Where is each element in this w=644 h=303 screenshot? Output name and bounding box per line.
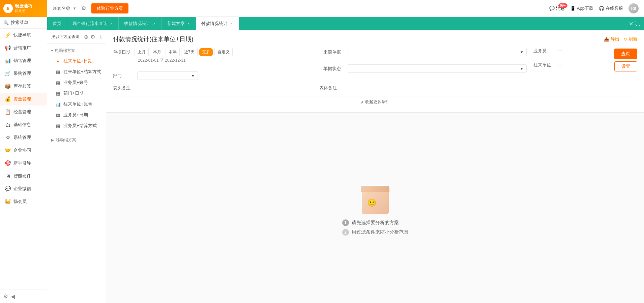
sidebar-item-quick-nav[interactable]: ⚡ 快捷导航 xyxy=(0,29,47,41)
sidebar-item-business[interactable]: 📋 经营管理 xyxy=(0,105,47,118)
app-download-button[interactable]: 📱 App下载 xyxy=(570,5,593,11)
sidebar-item-sales[interactable]: 📊 销售管理 xyxy=(0,54,47,67)
date-btn-last-month[interactable]: 上月 xyxy=(135,48,149,56)
tab-pay-stat-label: 付款情况统计 xyxy=(201,21,228,27)
date-btn-7days[interactable]: 近7天 xyxy=(181,48,198,56)
scheme-settings-icon[interactable]: ⚙ xyxy=(90,34,95,40)
source-select[interactable]: ▾ xyxy=(348,48,527,56)
scheme-group-mobile: ▶ 移动端方案 xyxy=(47,133,106,147)
tab-bank-close-icon[interactable]: × xyxy=(110,21,113,26)
scheme-group-mobile-arrow-icon: ▶ xyxy=(51,138,54,142)
refresh-button[interactable]: ↻ 刷新 xyxy=(623,36,637,42)
tab-payment-stat-close-icon[interactable]: × xyxy=(152,21,156,26)
sidebar-item-capital[interactable]: 💰 资金管理 xyxy=(0,93,47,105)
scheme-item-label-1: 往来单位+结算方式 xyxy=(63,69,101,75)
scheme-item-3[interactable]: ▦ 部门+日期 xyxy=(47,88,106,99)
dept-select[interactable]: ▾ xyxy=(137,71,198,80)
settings-bottom-icon[interactable]: ⚙ xyxy=(3,293,8,300)
enterprise-icon: 🤝 xyxy=(5,147,11,153)
sidebar-item-label: 企业微信 xyxy=(13,186,31,192)
export-button[interactable]: 📤 导出 xyxy=(604,36,619,42)
tab-bank-label: 现金银行流水查询 xyxy=(72,21,108,27)
inventory-icon: 📦 xyxy=(5,83,11,89)
tabbar-maximize-button[interactable]: ⛶ xyxy=(635,21,641,27)
tabbar-close-all-button[interactable]: ✕ xyxy=(629,21,633,27)
header-note-input[interactable] xyxy=(137,84,313,92)
scheme-group-mobile-label: 移动端方案 xyxy=(56,137,76,143)
sidebar-item-label: 销售管理 xyxy=(13,58,31,64)
topbar-gear-icon[interactable]: ⚙ xyxy=(81,5,86,11)
collapse-more-button[interactable]: ∧ 收起更多条件 xyxy=(113,96,637,108)
tab-new-scheme[interactable]: 新建方案 × xyxy=(162,17,196,30)
date-btn-custom[interactable]: 自定义 xyxy=(214,48,233,56)
sidebar-item-label: 采购管理 xyxy=(13,70,31,77)
scheme-collapse-icon[interactable]: 《 xyxy=(97,34,102,40)
scheme-group-arrow-icon: ▾ xyxy=(51,49,53,53)
purchase-icon: 🛒 xyxy=(5,70,11,77)
tab-bank[interactable]: 现金银行流水查询 × xyxy=(67,17,119,30)
scheme-item-2[interactable]: ▦ 业务员+账号 xyxy=(47,77,106,88)
sidebar-item-inventory[interactable]: 📦 库存核算 xyxy=(0,80,47,93)
scheme-item-6[interactable]: ▦ 业务员+结算方式 xyxy=(47,120,106,131)
body-note-input[interactable] xyxy=(344,84,519,92)
tab-home[interactable]: 首页 xyxy=(47,17,67,30)
scheme-item-label-3: 部门+日期 xyxy=(63,90,84,96)
scheme-item-1[interactable]: ▦ 往来单位+结算方式 xyxy=(47,66,106,77)
account-chevron-icon[interactable]: ▾ xyxy=(74,6,76,11)
sidebar-item-label: 库存核算 xyxy=(13,83,31,89)
scheme-group-desktop-title[interactable]: ▾ 电脑端方案 xyxy=(47,46,106,56)
tabbar: 首页 现金银行流水查询 × 收款情况统计 × 新建方案 × 付款情况统计 × ✕… xyxy=(47,17,644,30)
avatar-text: Rit xyxy=(631,6,636,11)
scheme-item-label-2: 业务员+账号 xyxy=(63,80,88,86)
sidebar-item-label: 资金管理 xyxy=(13,96,31,102)
date-btn-this-month[interactable]: 本月 xyxy=(150,48,164,56)
app-icon: 📱 xyxy=(570,6,576,11)
agent-dots-button[interactable]: ··· xyxy=(558,48,564,54)
scheme-item-4[interactable]: 📊 往来单位+账号 xyxy=(47,99,106,110)
date-btn-this-year[interactable]: 本年 xyxy=(166,48,180,56)
online-service-button[interactable]: 🎧 在线客服 xyxy=(599,5,623,11)
query-button[interactable]: 查询 xyxy=(614,49,637,59)
date-btn-more[interactable]: 更多 xyxy=(199,48,213,56)
tab-new-scheme-close-icon[interactable]: × xyxy=(187,21,190,26)
empty-face-icon: 😐 xyxy=(367,199,376,207)
collapse-sidebar-icon[interactable]: ◀ xyxy=(11,293,15,300)
sidebar-item-hardware[interactable]: 🖥 智能硬件 xyxy=(0,170,47,182)
sidebar-item-system[interactable]: ⚙ 系统管理 xyxy=(0,131,47,144)
docstatus-select[interactable]: ▾ xyxy=(348,64,527,73)
date-buttons: 上月 本月 本年 近7天 更多 自定义 xyxy=(135,48,233,56)
scheme-group-desktop: ▾ 电脑端方案 ● 往来单位+日期 ▦ 往来单位+结算方式 ▦ 业务员+账号 ▦ xyxy=(47,44,106,133)
export-icon: 📤 xyxy=(604,37,609,42)
sidebar-item-marketing[interactable]: 📢 营销推广 xyxy=(0,41,47,54)
tab-payment-stat[interactable]: 收款情况统计 × xyxy=(119,17,162,30)
contact-filter-label: 往来单位 xyxy=(533,62,552,68)
sidebar: 6 畅捷通巧 标准版 🔍 搜索菜单 ⚡ 快捷导航 📢 营销推广 📊 销售管理 🛒… xyxy=(0,0,47,303)
contact-dots-button[interactable]: ··· xyxy=(558,62,564,68)
sidebar-search[interactable]: 🔍 搜索菜单 xyxy=(0,17,47,29)
sidebar-item-guide[interactable]: 🎯 新手引导 xyxy=(0,157,47,170)
logo-text: 畅捷通巧 xyxy=(15,3,32,9)
scheme-item-5[interactable]: ▦ 业务员+日期 xyxy=(47,110,106,120)
user-avatar[interactable]: Rit xyxy=(628,3,639,13)
date-range-text: 2022-01-01 至 2022-12-31 xyxy=(138,58,185,63)
tab-pay-stat[interactable]: 付款情况统计 × xyxy=(196,17,239,30)
tab-pay-stat-close-icon[interactable]: × xyxy=(230,21,233,26)
empty-hint-2: 2 用过滤条件来缩小分析范围 xyxy=(342,229,408,236)
message-button[interactable]: 💬 消息 99+ xyxy=(549,5,565,11)
message-badge: 99+ xyxy=(558,3,567,8)
scheme-item-label-0: 往来单位+日期 xyxy=(63,58,92,64)
settings-button[interactable]: 设置 xyxy=(614,61,637,71)
scheme-item-0[interactable]: ● 往来单位+日期 xyxy=(47,56,106,66)
sidebar-item-wechat[interactable]: 💬 企业微信 xyxy=(0,182,47,195)
trial-button[interactable]: 体验行业方案 xyxy=(91,3,128,13)
scheme-group-mobile-title[interactable]: ▶ 移动端方案 xyxy=(47,135,106,145)
sidebar-item-enterprise[interactable]: 🤝 企业协同 xyxy=(0,144,47,157)
filter-contact-row: 往来单位 ··· xyxy=(533,62,608,68)
sidebar-item-member[interactable]: 👑 畅会员 xyxy=(0,195,47,208)
tab-home-label: 首页 xyxy=(53,21,61,27)
sidebar-item-basic[interactable]: 🗂 基础信息 xyxy=(0,118,47,131)
wechat-icon: 💬 xyxy=(5,186,11,192)
scheme-add-icon[interactable]: ⊕ xyxy=(84,34,88,40)
sidebar-item-purchase[interactable]: 🛒 采购管理 xyxy=(0,67,47,80)
scheme-panel-header: 按以下方案查询 ⊕ ⚙ 《 xyxy=(47,30,106,44)
